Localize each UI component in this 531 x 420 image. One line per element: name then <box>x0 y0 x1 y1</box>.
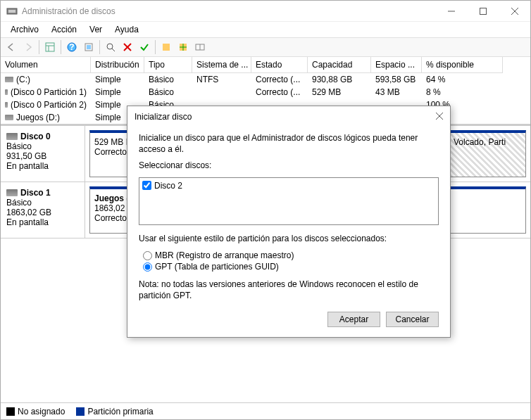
disk2-checkbox[interactable] <box>142 181 151 190</box>
view-button[interactable] <box>42 39 58 55</box>
svg-line-14 <box>112 49 115 51</box>
gpt-radio[interactable] <box>143 262 152 272</box>
find-button[interactable] <box>103 39 118 55</box>
col-volumen[interactable]: Volumen <box>1 57 91 73</box>
titlebar: Administración de discos <box>1 1 530 22</box>
app-icon <box>6 6 18 17</box>
disk-icon <box>6 189 18 196</box>
disk-select-list: Disco 2 <box>139 177 439 225</box>
svg-point-13 <box>107 44 113 49</box>
col-capacidad[interactable]: Capacidad <box>308 57 371 73</box>
table-row[interactable]: (Disco 0 Partición 1)SimpleBásicoCorrect… <box>1 86 530 98</box>
legend-swatch-primary <box>76 407 85 416</box>
forward-button[interactable] <box>20 39 36 55</box>
menu-ver[interactable]: Ver <box>84 23 108 36</box>
svg-rect-1 <box>8 10 15 13</box>
partition-style-label: Usar el siguiente estilo de partición pa… <box>139 234 439 245</box>
mbr-option[interactable]: MBR (Registro de arranque maestro) <box>143 250 439 261</box>
close-button[interactable] <box>499 1 530 22</box>
disk-info: Disco 1 Básico 1863,02 GB En pantalla <box>1 182 85 238</box>
ok-button[interactable]: Aceptar <box>327 312 380 327</box>
col-sistema[interactable]: Sistema de ... <box>192 57 251 73</box>
menubar: Archivo Acción Ver Ayuda <box>1 22 530 37</box>
list-header: Volumen Distribución Tipo Sistema de ...… <box>1 57 530 73</box>
col-espacio[interactable]: Espacio ... <box>371 57 422 73</box>
initialize-disk-dialog: Inicializar disco Inicialice un disco pa… <box>127 106 451 338</box>
dialog-note: Nota: no todas las versiones anteriores … <box>139 279 439 301</box>
maximize-button[interactable] <box>467 1 499 22</box>
disk-icon <box>6 133 18 140</box>
cancel-button[interactable]: Cancelar <box>386 312 439 327</box>
svg-rect-3 <box>480 8 486 14</box>
col-estado[interactable]: Estado <box>251 57 308 73</box>
mbr-radio[interactable] <box>143 251 152 260</box>
dialog-intro: Inicialice un disco para que el Administ… <box>139 133 439 155</box>
tool-button-1[interactable] <box>158 39 174 55</box>
svg-rect-6 <box>46 43 54 51</box>
svg-text:?: ? <box>69 42 74 52</box>
gpt-option[interactable]: GPT (Tabla de particiones GUID) <box>143 261 439 272</box>
volume-icon <box>5 89 8 95</box>
col-tipo[interactable]: Tipo <box>144 57 192 73</box>
disk-checkbox-item[interactable]: Disco 2 <box>142 181 435 191</box>
refresh-button[interactable] <box>81 39 96 55</box>
svg-rect-12 <box>87 45 91 49</box>
dialog-close-button[interactable] <box>436 112 443 122</box>
menu-ayuda[interactable]: Ayuda <box>109 23 144 36</box>
volume-icon <box>5 77 13 82</box>
delete-button[interactable] <box>120 39 135 55</box>
dialog-titlebar: Inicializar disco <box>127 106 450 127</box>
legend-swatch-unalloc <box>6 407 15 416</box>
legend: No asignado Partición primaria <box>1 402 530 419</box>
tool-button-3[interactable] <box>192 39 208 55</box>
menu-accion[interactable]: Acción <box>46 23 82 36</box>
back-button[interactable] <box>4 39 19 55</box>
col-distribucion[interactable]: Distribución <box>91 57 144 73</box>
dialog-title: Inicializar disco <box>135 112 436 122</box>
window-title: Administración de discos <box>22 6 435 16</box>
col-pct[interactable]: % disponible <box>422 57 503 73</box>
tool-button-2[interactable] <box>175 39 191 55</box>
select-disks-label: Seleccionar discos: <box>139 160 439 172</box>
volume-icon <box>5 102 8 108</box>
menu-archivo[interactable]: Archivo <box>5 23 44 36</box>
accept-button[interactable] <box>137 39 152 55</box>
svg-rect-17 <box>163 44 170 51</box>
help-button[interactable]: ? <box>64 39 80 55</box>
disk-info: Disco 0 Básico 931,50 GB En pantalla <box>1 126 85 182</box>
table-row[interactable]: (C:)SimpleBásicoNTFSCorrecto (...930,88 … <box>1 73 530 86</box>
minimize-button[interactable] <box>435 1 467 22</box>
volume-icon <box>5 115 13 120</box>
toolbar: ? <box>1 37 530 57</box>
